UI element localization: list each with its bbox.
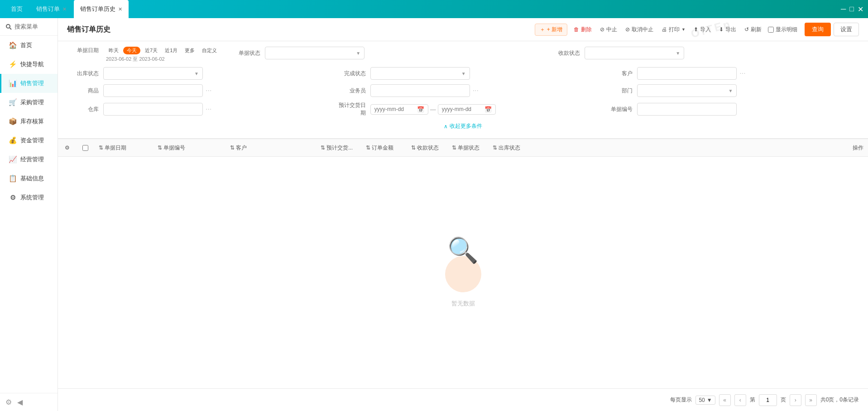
- table-col-delivery[interactable]: ⇅ 预计交货...: [316, 144, 361, 152]
- page-size-select[interactable]: 50 ▼: [695, 396, 715, 405]
- col-receipt-label: 收款状态: [417, 144, 439, 152]
- warehouse-more-icon[interactable]: ···: [206, 105, 211, 113]
- delete-label: 删除: [581, 26, 592, 34]
- sidebar-item-inventory[interactable]: 📦 库存核算: [0, 112, 58, 131]
- finance-icon: 💰: [9, 136, 17, 145]
- sidebar-item-purchase[interactable]: 🛒 采购管理: [0, 93, 58, 112]
- sidebar-item-finance[interactable]: 💰 资金管理: [0, 131, 58, 150]
- export-button[interactable]: ⬇ 导出: [717, 25, 738, 34]
- table-col-number[interactable]: ⇅ 单据编号: [153, 144, 225, 152]
- order-number-label: 单据编号: [601, 106, 637, 113]
- collapse-conditions-button[interactable]: ∧ 收起更多条件: [67, 120, 859, 133]
- export-label: 导出: [725, 26, 736, 34]
- more-conditions-label: 收起更多条件: [450, 122, 482, 130]
- date-7days-btn[interactable]: 近7天: [142, 47, 160, 54]
- table-col-receipt[interactable]: ⇅ 收款状态: [407, 144, 447, 152]
- new-button[interactable]: ＋ + 新增: [535, 24, 567, 36]
- import-icon: ⬆: [694, 26, 698, 33]
- date-custom-btn[interactable]: 自定义: [199, 47, 220, 54]
- table-settings-col[interactable]: ⚙: [58, 145, 76, 151]
- sidebar-item-sales[interactable]: 📊 销售管理: [0, 74, 58, 93]
- order-number-input[interactable]: [637, 103, 737, 116]
- tab-home[interactable]: 首页: [5, 0, 29, 18]
- product-more-icon[interactable]: ···: [206, 87, 211, 95]
- import-button[interactable]: ⬆ 导入: [692, 25, 713, 34]
- window-minimize-icon[interactable]: ─: [841, 5, 846, 13]
- cancel-stop-button[interactable]: ⊘ 取消中止: [623, 25, 655, 34]
- table-col-customer[interactable]: ⇅ 客户: [225, 144, 316, 152]
- sidebar-settings-icon[interactable]: ⚙: [5, 398, 12, 406]
- tab-sales-order-close[interactable]: ✕: [62, 6, 67, 12]
- warehouse-select[interactable]: [103, 103, 203, 116]
- page-size-arrow-icon: ▼: [707, 397, 712, 403]
- expected-date-from[interactable]: [374, 106, 415, 112]
- page-label-post: 页: [781, 396, 786, 404]
- customer-select[interactable]: [637, 67, 737, 80]
- stop-button[interactable]: ⊘ 中止: [598, 25, 619, 34]
- window-close-icon[interactable]: ✕: [858, 5, 863, 14]
- page-number-input[interactable]: [759, 394, 777, 406]
- prev-page-button[interactable]: ‹: [734, 394, 746, 406]
- col-sort-icon: ⇅: [99, 145, 103, 151]
- col-sort-icon: ⇅: [158, 145, 162, 151]
- table-col-delivery-status[interactable]: ⇅ 出库状态: [488, 144, 529, 152]
- sidebar-collapse-icon[interactable]: ◀: [17, 398, 23, 406]
- tab-sales-order-history[interactable]: 销售订单历史 ✕: [74, 0, 129, 18]
- refresh-button[interactable]: ↺ 刷新: [743, 25, 763, 34]
- table-checkbox-col[interactable]: [76, 145, 94, 151]
- date-more-btn[interactable]: 更多: [182, 47, 197, 54]
- calendar-to-icon[interactable]: 📅: [484, 106, 492, 113]
- sidebar-item-operations[interactable]: 📈 经营管理: [0, 150, 58, 169]
- order-status-select[interactable]: ▼: [265, 47, 364, 59]
- delivery-status-select[interactable]: ▼: [103, 67, 203, 80]
- table-col-date[interactable]: ⇅ 单据日期: [94, 144, 153, 152]
- calendar-from-icon[interactable]: 📅: [417, 106, 424, 113]
- page-size-label: 每页显示: [670, 396, 692, 404]
- first-page-button[interactable]: «: [719, 394, 731, 406]
- tab-sales-order-history-close[interactable]: ✕: [118, 6, 122, 12]
- system-icon: ⚙: [9, 193, 17, 202]
- product-select[interactable]: [103, 84, 203, 97]
- sidebar-item-basic-info[interactable]: 📋 基础信息: [0, 169, 58, 188]
- date-label: 单据日期: [67, 47, 103, 54]
- expected-date-to[interactable]: [442, 106, 483, 112]
- last-page-button[interactable]: »: [805, 394, 817, 406]
- next-page-button[interactable]: ›: [790, 394, 801, 406]
- display-toggle[interactable]: 显示明细: [768, 26, 797, 34]
- table-select-all[interactable]: [82, 145, 88, 151]
- tab-sales-order[interactable]: 销售订单 ✕: [30, 0, 73, 18]
- stop-icon: ⊘: [600, 26, 604, 33]
- table-col-amount[interactable]: ⇅ 订单金额: [361, 144, 407, 152]
- customer-more-icon[interactable]: ···: [739, 69, 745, 77]
- department-select[interactable]: ▼: [637, 84, 737, 97]
- sidebar-item-basic-info-label: 基础信息: [20, 174, 44, 183]
- collapse-up-icon: ∧: [444, 123, 448, 130]
- table-settings-icon[interactable]: ⚙: [65, 145, 70, 151]
- window-maximize-icon[interactable]: □: [849, 5, 854, 13]
- total-records: 共0页，0条记录: [820, 396, 859, 404]
- sidebar-item-system[interactable]: ⚙ 系统管理: [0, 188, 58, 207]
- sidebar-item-home[interactable]: 🏠 首页: [0, 36, 58, 55]
- tab-list: 首页 销售订单 ✕ 销售订单历史 ✕: [5, 0, 129, 18]
- sidebar-item-quick-nav[interactable]: ⚡ 快捷导航: [0, 55, 58, 74]
- col-delivery-label: 预计交货...: [326, 144, 353, 152]
- salesperson-more-icon[interactable]: ···: [473, 87, 479, 95]
- col-actions-label: 操作: [853, 144, 863, 152]
- display-toggle-checkbox[interactable]: [768, 27, 774, 33]
- table-col-status[interactable]: ⇅ 单据状态: [447, 144, 488, 152]
- print-button[interactable]: 🖨 打印 ▼: [660, 25, 687, 34]
- col-sort-icon: ⇅: [321, 145, 325, 151]
- home-icon: 🏠: [9, 41, 17, 49]
- col-sort-icon: ⇅: [452, 145, 456, 151]
- date-1month-btn[interactable]: 近1月: [162, 47, 180, 54]
- page-label-pre: 第: [750, 396, 755, 404]
- date-yesterday-btn[interactable]: 昨天: [106, 47, 121, 54]
- complete-status-select[interactable]: ▼: [370, 67, 470, 80]
- settings-button[interactable]: 设置: [834, 23, 859, 36]
- query-button[interactable]: 查询: [805, 23, 831, 36]
- salesperson-select[interactable]: [370, 84, 470, 97]
- receipt-status-select[interactable]: ▼: [585, 47, 684, 59]
- date-today-btn[interactable]: 今天: [123, 47, 140, 54]
- delete-button[interactable]: 🗑 删除: [572, 25, 594, 34]
- sidebar-search[interactable]: 搜索菜单: [0, 18, 58, 36]
